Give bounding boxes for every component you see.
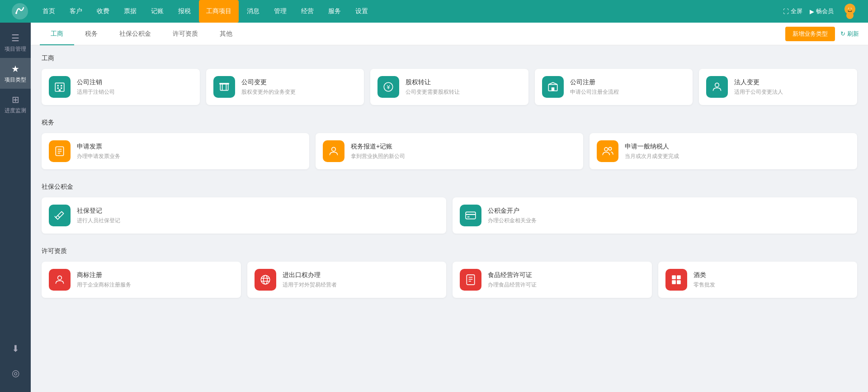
card-icon-1-2 [597, 140, 618, 162]
nav-item-消息[interactable]: 消息 [240, 0, 267, 23]
card-title-1-2: 申请一般纳税人 [625, 143, 679, 151]
nav-item-经营[interactable]: 经营 [294, 0, 321, 23]
card-icon-2-1 [460, 205, 481, 226]
nav-item-工商项目[interactable]: 工商项目 [199, 0, 239, 23]
svg-rect-11 [57, 85, 59, 86]
card-icon-3-1 [255, 269, 276, 291]
tab-税务[interactable]: 税务 [74, 23, 108, 45]
main-content-area: 工商税务社保公积金许可资质其他 新增业务类型 ↻ 刷新 工商公司注销适用于注销公… [31, 23, 868, 392]
section-grid-2: 社保登记进行人员社保登记公积金开户办理公积金相关业务 [42, 197, 857, 234]
refresh-button[interactable]: ↻ 刷新 [840, 30, 859, 38]
svg-rect-47 [677, 280, 681, 284]
card-desc-1-1: 拿到营业执照的新公司 [351, 153, 405, 160]
card-icon-3-2 [460, 269, 481, 291]
service-card-0-1[interactable]: 公司变更股权变更外的业务变更 [206, 69, 364, 105]
grid-icon: ⊞ [12, 94, 19, 105]
service-card-0-0[interactable]: 公司注销适用于注销公司 [42, 69, 200, 105]
service-card-3-2[interactable]: 食品经营许可证办理食品经营许可证 [453, 262, 652, 298]
svg-rect-23 [552, 87, 555, 91]
service-card-1-0[interactable]: 申请发票办理申请发票业务 [42, 133, 309, 169]
tab-工商[interactable]: 工商 [40, 23, 74, 45]
section-title-3: 许可资质 [42, 247, 857, 255]
card-text-3-3: 酒类零售批发 [693, 271, 715, 289]
svg-rect-14 [61, 87, 62, 89]
tabs: 工商税务社保公积金许可资质其他 [40, 23, 243, 45]
service-card-3-3[interactable]: 酒类零售批发 [658, 262, 858, 298]
card-desc-3-2: 办理食品经营许可证 [488, 281, 537, 289]
card-text-1-0: 申请发票办理申请发票业务 [77, 143, 120, 160]
section-grid-0: 公司注销适用于注销公司公司变更股权变更外的业务变更¥股权转让公司变更需要股权转让… [42, 69, 857, 105]
card-title-3-2: 食品经营许可证 [488, 271, 537, 279]
section-title-2: 社保公积金 [42, 183, 857, 191]
nav-links: 首页客户收费票据记账报税工商项目消息管理经营服务设置 [35, 0, 783, 23]
sidebar-item-progress-monitor[interactable]: ⊞ 进度监测 [0, 89, 31, 120]
service-card-3-1[interactable]: 进出口权办理适用于对外贸易经营者 [247, 262, 447, 298]
nav-item-记账[interactable]: 记账 [144, 0, 171, 23]
sidebar-item-project-type[interactable]: ★ 项目类型 [0, 58, 31, 89]
card-text-1-1: 税务报道+记账拿到营业执照的新公司 [351, 143, 405, 160]
card-text-3-1: 进出口权办理适用于对外贸易经营者 [283, 271, 337, 289]
card-icon-0-3 [542, 76, 564, 98]
section-title-0: 工商 [42, 54, 857, 62]
service-card-3-0[interactable]: 商标注册用于企业商标注册服务 [42, 262, 241, 298]
svg-rect-34 [467, 216, 469, 217]
nav-item-票据[interactable]: 票据 [117, 0, 144, 23]
card-text-2-0: 社保登记进行人员社保登记 [77, 207, 120, 225]
sidebar: ☰ 项目管理 ★ 项目类型 ⊞ 进度监测 ⬇ ◎ [0, 23, 31, 392]
card-title-2-0: 社保登记 [77, 207, 120, 215]
nav-item-首页[interactable]: 首页 [35, 0, 62, 23]
nav-item-收费[interactable]: 收费 [90, 0, 117, 23]
card-text-2-1: 公积金开户办理公积金相关业务 [488, 207, 537, 225]
tab-社保公积金[interactable]: 社保公积金 [108, 23, 162, 45]
svg-rect-16 [220, 84, 228, 91]
card-text-3-0: 商标注册用于企业商标注册服务 [77, 271, 131, 289]
service-card-2-1[interactable]: 公积金开户办理公积金相关业务 [453, 197, 857, 234]
service-card-0-4[interactable]: 法人变更适用于公司变更法人 [699, 69, 857, 105]
refresh-label: 刷新 [847, 30, 859, 38]
card-icon-0-4 [706, 76, 728, 98]
nav-item-设置[interactable]: 设置 [348, 0, 375, 23]
fullscreen-icon: ⛶ [783, 8, 789, 15]
add-business-type-button[interactable]: 新增业务类型 [785, 27, 835, 41]
card-text-1-2: 申请一般纳税人当月或次月成变更完成 [625, 143, 679, 160]
card-text-0-2: 股权转让公司变更需要股权转让 [406, 78, 460, 96]
tab-bar: 工商税务社保公积金许可资质其他 新增业务类型 ↻ 刷新 [31, 23, 868, 45]
card-title-1-0: 申请发票 [77, 143, 120, 151]
section-title-1: 税务 [42, 119, 857, 127]
nav-item-管理[interactable]: 管理 [267, 0, 294, 23]
tab-其他[interactable]: 其他 [209, 23, 243, 45]
svg-text:¥: ¥ [387, 84, 391, 91]
card-icon-3-3 [665, 269, 687, 291]
tab-许可资质[interactable]: 许可资质 [162, 23, 209, 45]
fullscreen-button[interactable]: ⛶ 全屏 [783, 7, 802, 15]
card-desc-2-0: 进行人员社保登记 [77, 217, 120, 225]
card-desc-1-0: 办理申请发票业务 [77, 153, 120, 160]
card-title-3-1: 进出口权办理 [283, 271, 337, 279]
service-card-0-3[interactable]: 公司注册申请公司注册全流程 [535, 69, 693, 105]
service-card-1-1[interactable]: 税务报道+记账拿到营业执照的新公司 [316, 133, 583, 169]
card-icon-2-0 [49, 205, 71, 226]
card-desc-0-2: 公司变更需要股权转让 [406, 88, 460, 96]
location-icon-button[interactable]: ◎ [0, 363, 31, 383]
svg-point-1 [15, 12, 17, 14]
sidebar-label-progress-monitor: 进度监测 [5, 107, 26, 115]
mascot-avatar [841, 2, 859, 21]
service-card-0-2[interactable]: ¥股权转让公司变更需要股权转让 [370, 69, 528, 105]
nav-item-客户[interactable]: 客户 [62, 0, 90, 23]
refresh-icon: ↻ [840, 30, 845, 37]
card-text-3-2: 食品经营许可证办理食品经营许可证 [488, 271, 537, 289]
card-desc-0-1: 股权变更外的业务变更 [241, 88, 296, 96]
download-icon-button[interactable]: ⬇ [0, 339, 31, 359]
card-title-0-2: 股权转让 [406, 78, 460, 86]
card-icon-1-0 [49, 140, 71, 162]
nav-item-服务[interactable]: 服务 [321, 0, 348, 23]
card-icon-1-1 [323, 140, 344, 162]
svg-rect-32 [466, 212, 476, 219]
service-card-1-2[interactable]: 申请一般纳税人当月或次月成变更完成 [590, 133, 857, 169]
nav-item-报税[interactable]: 报税 [171, 0, 198, 23]
card-title-0-0: 公司注销 [77, 78, 115, 86]
sidebar-item-project-management[interactable]: ☰ 项目管理 [0, 27, 31, 58]
svg-rect-46 [672, 280, 676, 284]
vip-button[interactable]: ▶ 畅会员 [810, 7, 834, 15]
service-card-2-0[interactable]: 社保登记进行人员社保登记 [42, 197, 446, 234]
